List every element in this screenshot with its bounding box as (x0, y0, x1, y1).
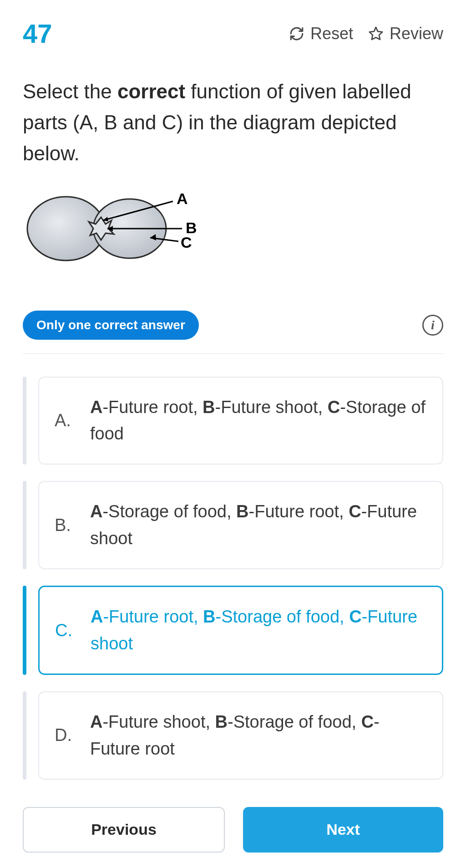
option-letter: D. (55, 725, 76, 745)
option-marker (23, 691, 26, 780)
option-marker (23, 481, 26, 569)
info-icon[interactable]: i (422, 315, 443, 336)
answer-type-badge: Only one correct answer (23, 311, 199, 340)
question-text: Select the correct function of given lab… (23, 76, 443, 169)
diagram-label-c: C (181, 234, 192, 251)
next-button[interactable]: Next (243, 807, 443, 853)
option-text: A-Future root, B-Storage of food, C-Futu… (91, 603, 426, 657)
divider (23, 353, 443, 354)
option-card[interactable]: A.A-Future root, B-Future shoot, C-Stora… (38, 377, 443, 465)
option-card[interactable]: C.A-Future root, B-Storage of food, C-Fu… (38, 586, 443, 675)
option-marker (23, 377, 26, 465)
option-letter: A. (55, 411, 76, 430)
option-text: A-Future root, B-Future shoot, C-Storage… (90, 394, 427, 448)
option-d[interactable]: D.A-Future shoot, B-Storage of food, C-F… (23, 691, 443, 780)
review-button[interactable]: Review (367, 24, 443, 43)
option-text: A-Storage of food, B-Future root, C-Futu… (90, 498, 427, 552)
option-marker (23, 586, 26, 675)
question-number: 47 (23, 18, 52, 49)
option-text: A-Future shoot, B-Storage of food, C-Fut… (90, 709, 427, 762)
svg-marker-0 (370, 27, 382, 39)
star-icon (367, 25, 385, 43)
review-label: Review (390, 24, 443, 43)
question-diagram: A B C (23, 183, 214, 274)
option-b[interactable]: B.A-Storage of food, B-Future root, C-Fu… (23, 481, 443, 569)
diagram-label-a: A (177, 190, 188, 207)
option-c[interactable]: C.A-Future root, B-Storage of food, C-Fu… (23, 586, 443, 675)
option-a[interactable]: A.A-Future root, B-Future shoot, C-Stora… (23, 377, 443, 465)
options-list: A.A-Future root, B-Future shoot, C-Stora… (23, 377, 443, 780)
option-card[interactable]: D.A-Future shoot, B-Storage of food, C-F… (38, 691, 443, 780)
option-letter: C. (55, 621, 77, 640)
reset-label: Reset (310, 24, 353, 43)
option-card[interactable]: B.A-Storage of food, B-Future root, C-Fu… (38, 481, 443, 569)
previous-button[interactable]: Previous (23, 807, 225, 853)
option-letter: B. (55, 516, 76, 535)
reset-icon (288, 25, 306, 43)
reset-button[interactable]: Reset (288, 24, 353, 43)
